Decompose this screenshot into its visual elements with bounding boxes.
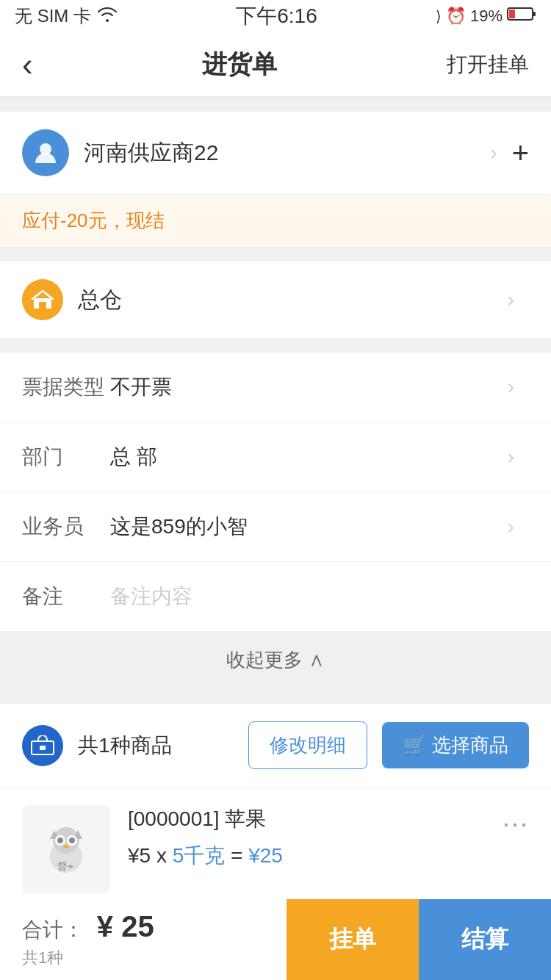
remarks-label: 备注	[22, 583, 110, 610]
info-banner: 应付-20元，现结	[0, 195, 551, 247]
quantity-value: 5千克	[173, 844, 226, 867]
department-row[interactable]: 部门 总 部 ›	[0, 422, 551, 491]
warehouse-icon	[22, 279, 63, 320]
svg-rect-5	[39, 302, 46, 309]
product-section: 共1种商品 修改明细 🛒 选择商品	[0, 704, 551, 911]
total-value: ¥25	[248, 844, 283, 867]
product-price: ¥5 x 5千克 = ¥25	[128, 842, 485, 870]
status-bar: 无 SIM 卡 下午6:16 ⟩ ⏰ 19%	[0, 0, 551, 32]
status-bar-time: 下午6:16	[236, 2, 317, 30]
bottom-bar: 合计： ¥ 25 共1种 挂单 结算	[0, 899, 551, 980]
svg-rect-2	[509, 10, 515, 18]
nav-bar: ‹ 进货单 打开挂单	[0, 32, 551, 97]
select-product-button[interactable]: 🛒 选择商品	[382, 722, 529, 768]
page-title: 进货单	[202, 48, 277, 82]
select-product-label: 选择商品	[432, 732, 508, 758]
price-value: ¥5	[128, 844, 151, 867]
invoice-type-label: 票据类型	[22, 373, 110, 401]
warehouse-name: 总仓	[78, 285, 508, 315]
equals-sign: =	[231, 844, 248, 867]
product-info: [0000001] 苹果 ¥5 x 5千克 = ¥25	[128, 805, 485, 870]
section-gap-1	[0, 97, 551, 112]
total-count: 共1种	[22, 947, 264, 969]
supplier-row[interactable]: 河南供应商22 › +	[0, 112, 551, 195]
svg-text:督+: 督+	[57, 860, 73, 872]
salesman-chevron-icon: ›	[508, 515, 514, 538]
price-separator: x	[156, 844, 173, 867]
collapse-button[interactable]: 收起更多 ∧	[0, 631, 551, 689]
department-label: 部门	[22, 443, 110, 471]
invoice-type-value: 不开票	[110, 373, 508, 401]
total-amount: ¥ 25	[97, 910, 154, 943]
product-thumbnail: 督+	[22, 805, 110, 893]
status-bar-right: ⟩ ⏰ 19%	[436, 6, 536, 26]
warehouse-row[interactable]: 总仓 ›	[0, 262, 551, 338]
location-icon: ⟩	[436, 7, 442, 25]
total-section: 合计： ¥ 25 共1种	[0, 910, 287, 969]
department-chevron-icon: ›	[508, 445, 514, 469]
total-line: 合计： ¥ 25	[22, 910, 264, 944]
supplier-chevron-icon: ›	[490, 141, 497, 165]
supplier-name: 河南供应商22	[84, 138, 490, 168]
salesman-row[interactable]: 业务员 这是859的小智 ›	[0, 491, 551, 561]
product-title: [0000001] 苹果	[128, 805, 485, 833]
warehouse-chevron-icon: ›	[508, 288, 514, 311]
product-header: 共1种商品 修改明细 🛒 选择商品	[0, 704, 551, 787]
remarks-input[interactable]: 备注内容	[110, 583, 529, 610]
edit-detail-button[interactable]: 修改明细	[248, 721, 367, 769]
signal-text: 无 SIM 卡	[15, 4, 91, 28]
back-button[interactable]: ‹	[22, 46, 33, 83]
section-gap-4	[0, 689, 551, 704]
svg-point-14	[57, 837, 63, 843]
alarm-icon: ⏰	[446, 7, 466, 26]
supplier-avatar	[22, 129, 69, 176]
invoice-chevron-icon: ›	[508, 375, 514, 399]
status-bar-left: 无 SIM 卡	[15, 4, 118, 28]
battery-icon	[507, 6, 536, 26]
section-gap-2	[0, 247, 551, 262]
product-item: 督+ [0000001] 苹果 ¥5 x 5千克 = ¥25 ···	[0, 787, 551, 911]
svg-rect-1	[533, 12, 536, 16]
battery-text: 19%	[470, 7, 503, 26]
product-more-button[interactable]: ···	[503, 805, 529, 839]
invoice-type-row[interactable]: 票据类型 不开票 ›	[0, 353, 551, 422]
form-section: 票据类型 不开票 › 部门 总 部 › 业务员 这是859的小智 › 备注 备注…	[0, 353, 551, 631]
add-button[interactable]: +	[512, 138, 529, 167]
svg-point-15	[69, 837, 75, 843]
department-value: 总 部	[110, 443, 508, 471]
svg-rect-7	[40, 746, 46, 750]
product-icon	[22, 725, 63, 766]
hang-button[interactable]: 挂单	[287, 899, 419, 980]
wifi-icon	[97, 6, 118, 26]
total-label: 合计：	[22, 918, 84, 941]
section-gap-3	[0, 338, 551, 353]
product-count: 共1种商品	[78, 732, 234, 760]
warehouse-section: 总仓 ›	[0, 262, 551, 338]
remarks-row[interactable]: 备注 备注内容	[0, 561, 551, 631]
open-hang-button[interactable]: 打开挂单	[447, 51, 529, 79]
supplier-section: 河南供应商22 › + 应付-20元，现结	[0, 112, 551, 247]
salesman-label: 业务员	[22, 513, 110, 541]
settle-button[interactable]: 结算	[419, 899, 551, 980]
salesman-value: 这是859的小智	[110, 513, 508, 541]
cart-icon: 🛒	[403, 734, 426, 757]
